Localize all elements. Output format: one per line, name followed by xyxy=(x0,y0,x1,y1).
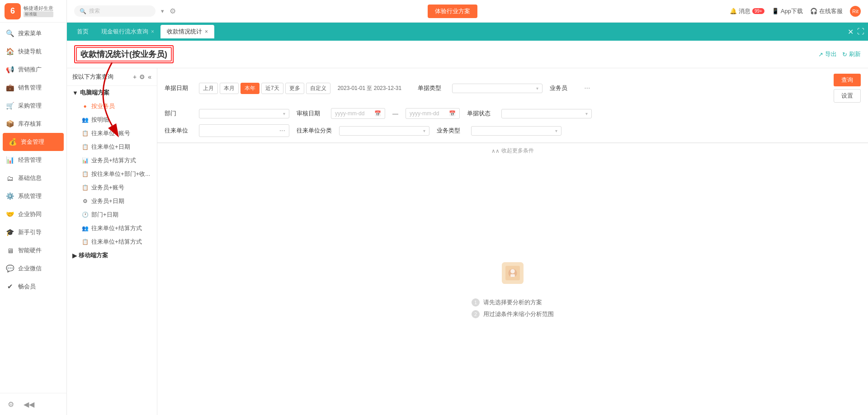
sidebar-item-smart-hw[interactable]: 🖥 智能硬件 xyxy=(0,241,66,259)
filter-area: 单据日期 上月 本月 本年 近7天 更多 自定义 2023-01-01 至 xyxy=(157,68,868,143)
tree-item-salesperson-date[interactable]: ⚙ 业务员+日期 xyxy=(76,194,157,208)
sidebar-item-enterprise[interactable]: 🤝 企业协同 xyxy=(0,205,66,223)
tree-item-partner-settlement1[interactable]: 👥 往来单位+结算方式 xyxy=(76,222,157,235)
date-btn-this-month[interactable]: 本月 xyxy=(220,83,239,94)
tab-bank-flow[interactable]: 现金银行流水查询 × xyxy=(95,25,160,38)
tree-item-salesperson-settlement[interactable]: 📊 业务员+结算方式 xyxy=(76,154,157,167)
sidebar-item-search-menu[interactable]: 🔍 搜索菜单 xyxy=(0,24,66,42)
sidebar-item-member[interactable]: ✔ 畅会员 xyxy=(0,278,66,296)
date-btn-custom[interactable]: 自定义 xyxy=(306,83,330,94)
export-icon: ↗ xyxy=(818,51,823,58)
business-type-dropdown-icon: ▾ xyxy=(555,128,557,133)
page-header-actions: ↗ 导出 ↻ 刷新 xyxy=(818,50,861,58)
sidebar-nav: 🔍 搜索菜单 🏠 快捷导航 📢 营销推广 💼 销售管理 🛒 采购管理 📦 xyxy=(0,23,66,393)
collapse-icon: ∧∧ xyxy=(491,148,500,154)
app-download-btn[interactable]: 📱 App下载 xyxy=(772,7,803,15)
right-panel: 单据日期 上月 本月 本年 近7天 更多 自定义 2023-01-01 至 xyxy=(157,68,868,415)
page-header: 收款情况统计(按业务员) ↗ 导出 ↻ 刷新 xyxy=(67,41,868,68)
user-avatar[interactable]: Rit xyxy=(850,6,861,17)
empty-steps: 1 请先选择要分析的方案 2 用过滤条件来缩小分析范围 xyxy=(472,298,554,318)
sidebar-item-wechat[interactable]: 💬 企业微信 xyxy=(0,259,66,278)
sidebar-item-guide[interactable]: 🎓 新手引导 xyxy=(0,223,66,241)
tree-item-salesperson-account[interactable]: 📋 业务员+账号 xyxy=(76,181,157,194)
filter-row-3: 往来单位 ··· 往来单位分类 ▾ 业务类型 xyxy=(165,124,861,137)
sidebar-item-system[interactable]: ⚙️ 系统管理 xyxy=(0,187,66,205)
settings-btn[interactable]: 设置 xyxy=(834,89,861,103)
tab-home[interactable]: 首页 xyxy=(71,25,95,38)
tree-item-partner-account[interactable]: 📋 往来单位+账号 xyxy=(76,127,157,140)
tree-item-partner-dept-collection[interactable]: 📋 按往来单位+部门+收... xyxy=(76,167,157,181)
voucher-type-select[interactable]: ▾ xyxy=(452,84,542,93)
inventory-icon: 📦 xyxy=(5,119,14,128)
tab-collection-stats[interactable]: 收款情况统计 × xyxy=(160,25,214,38)
trial-btn[interactable]: 体验行业方案 xyxy=(428,5,477,18)
top-header: 🔍 搜索 ▾ ⚙ 体验行业方案 🔔 消息 99+ 📱 App下载 🎧 xyxy=(67,0,868,23)
voucher-status-select[interactable]: ▾ xyxy=(501,109,592,118)
tree-item-dept-date[interactable]: 🕐 部门+日期 xyxy=(76,208,157,222)
member-icon: ✔ xyxy=(5,282,14,291)
messages-btn[interactable]: 🔔 消息 99+ xyxy=(730,7,764,15)
calendar-start-icon[interactable]: 📅 xyxy=(374,110,381,117)
tab-close-collection-stats[interactable]: × xyxy=(205,28,208,35)
filter-action-buttons: 查询 设置 xyxy=(834,74,861,103)
chevron-down-icon: ▼ xyxy=(72,90,78,96)
date-btn-last-month[interactable]: 上月 xyxy=(199,83,218,94)
sidebar-item-sales[interactable]: 💼 销售管理 xyxy=(0,79,66,97)
guide-icon: 🎓 xyxy=(5,228,14,237)
settings-icon[interactable]: ⚙ xyxy=(170,7,176,15)
tree-item-by-detail[interactable]: 👥 按明细 xyxy=(76,113,157,127)
partner-category-select[interactable]: ▾ xyxy=(339,126,429,136)
top-header-left: 🔍 搜索 ▾ ⚙ xyxy=(74,5,176,17)
sidebar-item-marketing[interactable]: 📢 营销推广 xyxy=(0,61,66,79)
add-scheme-btn[interactable]: + xyxy=(133,73,137,80)
sidebar-item-quick-nav[interactable]: 🏠 快捷导航 xyxy=(0,42,66,61)
empty-step-1: 1 请先选择要分析的方案 xyxy=(472,298,554,307)
date-btn-this-year[interactable]: 本年 xyxy=(241,83,259,94)
refresh-btn[interactable]: ↻ 刷新 xyxy=(842,50,861,58)
logo-text: 畅捷通好生意 标准版 xyxy=(24,5,53,18)
avatar: Rit xyxy=(850,6,861,17)
smart-hw-icon: 🖥 xyxy=(5,246,14,255)
review-date-start-input[interactable]: yyyy-mm-dd 📅 xyxy=(331,108,385,119)
partner-settlement1-icon: 👥 xyxy=(81,225,89,232)
date-btn-more[interactable]: 更多 xyxy=(285,83,304,94)
review-date-end-input[interactable]: yyyy-mm-dd 📅 xyxy=(406,108,460,119)
main-content: 🔍 搜索 ▾ ⚙ 体验行业方案 🔔 消息 99+ 📱 App下载 🎧 xyxy=(67,0,868,415)
dept-select[interactable]: ▾ xyxy=(199,109,289,118)
dropdown-icon[interactable]: ▾ xyxy=(161,8,164,14)
window-maximize-btn[interactable]: ⛶ xyxy=(857,28,864,36)
collapse-filter-btn[interactable]: ∧∧ 收起更多条件 xyxy=(157,143,868,158)
filter-row-1: 单据日期 上月 本月 本年 近7天 更多 自定义 2023-01-01 至 xyxy=(165,74,861,103)
left-panel: 按以下方案查询 + ⚙ « ▼ 电脑端方案 ● 按业务员 xyxy=(67,68,157,415)
partner-more-btn[interactable]: ··· xyxy=(279,127,285,135)
sidebar-item-purchase[interactable]: 🛒 采购管理 xyxy=(0,97,66,115)
date-btn-last-7days[interactable]: 近7天 xyxy=(261,83,283,94)
collapse-panel-btn[interactable]: « xyxy=(148,73,151,80)
sidebar-item-finance[interactable]: 💰 资金管理 xyxy=(3,133,64,151)
sidebar-settings-button[interactable]: ⚙ xyxy=(4,397,18,411)
partner-date-icon: 📋 xyxy=(81,143,89,151)
calendar-end-icon[interactable]: 📅 xyxy=(449,110,456,117)
salesperson-more-btn[interactable]: ··· xyxy=(584,84,590,92)
tree-group-desktop[interactable]: ▼ 电脑端方案 xyxy=(67,86,157,99)
partner-input[interactable]: ··· xyxy=(199,124,289,137)
operations-icon: 📊 xyxy=(5,156,14,165)
export-btn[interactable]: ↗ 导出 xyxy=(818,50,837,58)
tree-item-partner-settlement2[interactable]: 📋 往来单位+结算方式 xyxy=(76,235,157,249)
online-service-btn[interactable]: 🎧 在线客服 xyxy=(810,7,843,15)
sidebar-item-basic-info[interactable]: 🗂 基础信息 xyxy=(0,169,66,187)
sidebar-item-operations[interactable]: 📊 经营管理 xyxy=(0,151,66,169)
sidebar-collapse-button[interactable]: ◀◀ xyxy=(22,397,36,411)
query-btn[interactable]: 查询 xyxy=(834,74,861,86)
empty-state: 1 请先选择要分析的方案 2 用过滤条件来缩小分析范围 xyxy=(157,158,868,415)
tree-group-mobile[interactable]: ▶ 移动端方案 xyxy=(67,249,157,262)
svg-rect-4 xyxy=(510,274,515,277)
sidebar-item-inventory[interactable]: 📦 库存核算 xyxy=(0,115,66,133)
tree-item-by-salesperson[interactable]: ● 按业务员 xyxy=(76,99,157,113)
business-type-select[interactable]: ▾ xyxy=(471,126,561,136)
tree-item-partner-date[interactable]: 📋 往来单位+日期 xyxy=(76,140,157,154)
tab-close-bank-flow[interactable]: × xyxy=(151,28,154,35)
window-close-btn[interactable]: ✕ xyxy=(848,28,854,36)
top-search-box[interactable]: 🔍 搜索 xyxy=(74,5,156,17)
scheme-settings-btn[interactable]: ⚙ xyxy=(139,73,145,80)
